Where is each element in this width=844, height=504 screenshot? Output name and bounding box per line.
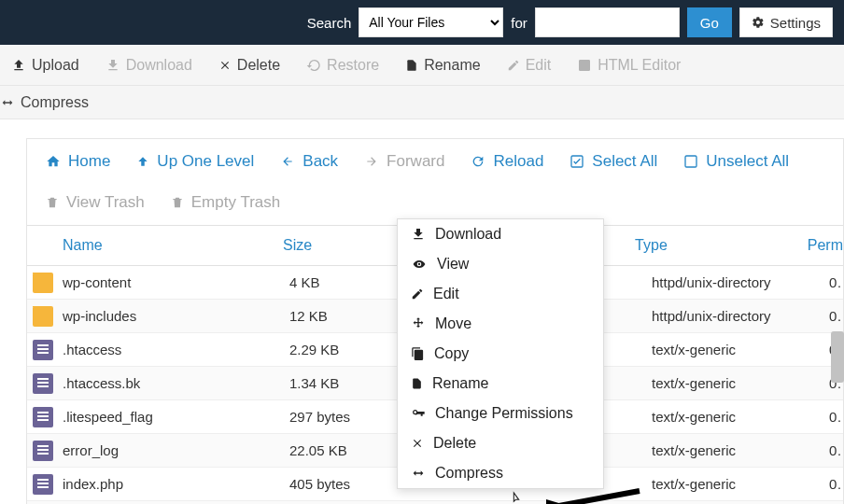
- context-menu-label: Rename: [432, 375, 488, 392]
- for-label: for: [511, 15, 528, 31]
- search-input[interactable]: [535, 7, 680, 37]
- restore-icon: [306, 58, 321, 73]
- reload-button[interactable]: Reload: [457, 147, 556, 176]
- context-menu-download[interactable]: Download: [398, 219, 603, 249]
- search-label: Search: [307, 15, 352, 31]
- top-bar: Search All Your Files for Go Settings: [0, 0, 844, 45]
- panel-toolbar: Home Up One Level Back Forward Reload Se…: [27, 139, 843, 225]
- context-menu-compress[interactable]: Compress: [398, 458, 603, 488]
- context-menu-move[interactable]: Move: [398, 309, 603, 339]
- back-label: Back: [302, 152, 338, 171]
- rename-icon: [405, 58, 418, 73]
- context-menu-rename[interactable]: Rename: [398, 369, 603, 399]
- scrollbar-thumb[interactable]: [831, 331, 844, 383]
- select-all-button[interactable]: Select All: [556, 147, 670, 176]
- cell-size: 297 bytes: [274, 409, 396, 425]
- up-one-level-button[interactable]: Up One Level: [123, 147, 267, 176]
- context-menu-delete[interactable]: Delete: [398, 428, 603, 458]
- cell-perm: 075: [814, 308, 843, 324]
- go-button[interactable]: Go: [687, 7, 732, 37]
- download-icon: [411, 227, 426, 242]
- file-icon: [33, 441, 53, 461]
- cell-type: text/x-generic: [637, 476, 814, 492]
- pencil-icon: [507, 59, 520, 72]
- cell-name: wp-content: [27, 273, 274, 293]
- unselect-all-label: Unselect All: [706, 152, 789, 171]
- cell-size: 1.34 KB: [274, 375, 396, 391]
- upload-button[interactable]: Upload: [11, 57, 79, 74]
- file-name: wp-content: [63, 274, 131, 290]
- cell-size: 405 bytes: [274, 476, 396, 492]
- column-perm[interactable]: Perm: [793, 226, 843, 265]
- unselect-all-button[interactable]: Unselect All: [670, 147, 802, 176]
- settings-label: Settings: [770, 15, 821, 31]
- download-icon: [106, 58, 120, 73]
- cell-name: .htaccess.bk: [27, 373, 274, 394]
- file-icon: [33, 474, 53, 495]
- download-button[interactable]: Download: [106, 57, 192, 74]
- cell-type: text/x-generic: [637, 442, 814, 458]
- cell-name: index.php: [27, 474, 274, 495]
- restore-button[interactable]: Restore: [306, 57, 379, 74]
- compress-button[interactable]: Compress: [0, 94, 89, 111]
- column-size[interactable]: Size: [268, 226, 387, 265]
- rename-button[interactable]: Rename: [405, 57, 480, 74]
- cell-size: 4 KB: [274, 274, 396, 290]
- file-name: .htaccess.bk: [63, 375, 140, 391]
- context-menu-change-permissions[interactable]: Change Permissions: [398, 399, 603, 428]
- compress-icon: [411, 466, 426, 481]
- context-menu-label: View: [437, 256, 469, 273]
- cell-size: 2.29 KB: [274, 342, 396, 357]
- cell-name: wp-includes: [27, 306, 274, 327]
- back-button[interactable]: Back: [267, 147, 351, 176]
- context-menu-view[interactable]: View: [398, 249, 603, 279]
- reload-label: Reload: [493, 152, 543, 171]
- view-trash-button[interactable]: View Trash: [33, 188, 158, 217]
- cell-type: text/x-generic: [637, 342, 814, 357]
- context-menu: DownloadViewEditMoveCopyRenameChange Per…: [397, 218, 604, 489]
- svg-rect-1: [685, 156, 696, 167]
- cell-name: .litespeed_flag: [27, 407, 274, 427]
- forward-button[interactable]: Forward: [351, 147, 457, 176]
- checkbox-empty-icon: [683, 154, 698, 169]
- select-all-label: Select All: [592, 152, 657, 171]
- html-editor-button[interactable]: HTML Editor: [577, 57, 681, 74]
- column-name[interactable]: Name: [27, 226, 268, 265]
- empty-trash-button[interactable]: Empty Trash: [158, 188, 293, 217]
- upload-icon: [11, 58, 26, 73]
- context-menu-edit[interactable]: Edit: [398, 279, 603, 309]
- delete-button[interactable]: Delete: [218, 57, 280, 74]
- home-button[interactable]: Home: [33, 147, 123, 176]
- context-menu-label: Copy: [434, 345, 469, 362]
- cell-type: text/x-generic: [637, 409, 814, 425]
- edit-button[interactable]: Edit: [507, 57, 552, 74]
- rename-label: Rename: [424, 57, 480, 74]
- folder-icon: [33, 306, 53, 327]
- delete-label: Delete: [237, 57, 280, 74]
- file-icon: [33, 407, 53, 427]
- search-scope-select[interactable]: All Your Files: [359, 7, 503, 37]
- trash-icon: [171, 195, 184, 210]
- cell-type: httpd/unix-directory: [637, 308, 814, 324]
- back-arrow-icon: [280, 155, 295, 168]
- file-name: index.php: [63, 476, 123, 492]
- empty-trash-label: Empty Trash: [191, 193, 280, 212]
- forward-label: Forward: [387, 152, 444, 171]
- html-editor-label: HTML Editor: [598, 57, 681, 74]
- pencil-icon: [411, 287, 424, 301]
- context-menu-copy[interactable]: Copy: [398, 339, 603, 369]
- column-type[interactable]: Type: [620, 226, 793, 265]
- settings-button[interactable]: Settings: [739, 7, 833, 37]
- compress-label: Compress: [21, 94, 89, 111]
- cell-perm: 064: [814, 442, 843, 458]
- file-name: error_log: [63, 442, 119, 458]
- html-editor-icon: [577, 58, 592, 73]
- file-icon: [33, 340, 53, 360]
- checkbox-checked-icon: [570, 154, 584, 169]
- context-menu-label: Download: [435, 226, 501, 243]
- cell-perm: 064: [814, 409, 843, 425]
- file-icon: [33, 373, 53, 394]
- file-name: .litespeed_flag: [63, 409, 153, 425]
- cell-perm: 075: [814, 274, 843, 290]
- key-icon: [411, 406, 426, 421]
